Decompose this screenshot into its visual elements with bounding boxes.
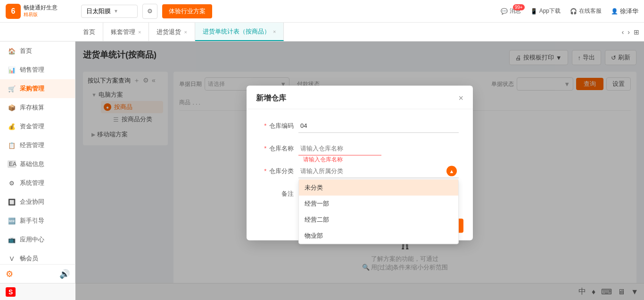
finance-icon: 💰 — [8, 123, 16, 130]
tab-home-label: 首页 — [83, 28, 95, 36]
sidebar-item-purchase[interactable]: 🛒 采购管理 — [0, 79, 75, 98]
sidebar-operation-label: 经营管理 — [20, 141, 44, 150]
tab-bar: 首页 账套管理 × 进货退货 × 进货单统计表（按商品） × ‹ › ⊞ — [0, 23, 644, 42]
tab-account[interactable]: 账套管理 × — [103, 23, 149, 41]
category-dropdown-list: 未分类 经营一部 经营二部 物业部 — [298, 179, 459, 244]
dropdown-option-dept2[interactable]: 经营二部 — [299, 212, 458, 228]
tab-next-icon[interactable]: › — [627, 28, 630, 36]
gear-icon: ⚙ — [147, 8, 153, 15]
logo-icon: 6 — [6, 4, 21, 19]
logo-text: 畅捷通好生意 — [24, 4, 58, 12]
add-warehouse-modal: 新增仓库 × * 仓库编码 * 仓库名称 — [247, 86, 473, 241]
sidebar-item-sales[interactable]: 📊 销售管理 — [0, 60, 75, 79]
modal-close-button[interactable]: × — [458, 93, 463, 103]
dropdown-option-dept1[interactable]: 经营一部 — [299, 196, 458, 212]
tab-account-label: 账套管理 — [111, 28, 135, 36]
status-left: S — [6, 287, 16, 297]
phone-icon: 📱 — [530, 8, 537, 15]
logo-area: 6 畅捷通好生意 精易版 — [6, 4, 76, 19]
app-download-item[interactable]: 📱 App下载 — [530, 7, 561, 15]
tab-purchase-return-label: 进货退货 — [157, 28, 181, 36]
category-dropdown-wrapper: ▲ 未分类 经营一部 经营二部 物业部 — [298, 164, 459, 178]
sidebar-item-system[interactable]: ⚙ 系统管理 — [0, 174, 75, 192]
user-name: 徐泽华 — [620, 7, 638, 16]
top-header: 6 畅捷通好生意 精易版 日太阳膜 ▼ ⚙ 体验行业方案 💬 消息 99+ 📱 … — [0, 0, 644, 23]
home-icon: 🏠 — [8, 48, 16, 55]
content-area: 进货单统计(按商品) 🖨 按模板打印 ▼ ↑ 导出 ↺ 刷新 — [75, 42, 644, 300]
logo-badge: 精易版 — [24, 11, 58, 18]
modal-title: 新增仓库 — [256, 93, 286, 103]
system-icon: ⚙ — [8, 180, 16, 187]
message-item[interactable]: 💬 消息 99+ — [501, 7, 521, 15]
app-download-label: App下载 — [539, 7, 561, 15]
tab-account-close[interactable]: × — [138, 29, 141, 35]
category-dropdown-input[interactable] — [298, 164, 459, 178]
chevron-down-icon: ▼ — [114, 8, 118, 14]
sidebar-apps-label: 应用中心 — [20, 235, 44, 244]
tab-purchase-stat-label: 进货单统计表（按商品） — [203, 27, 270, 36]
collab-icon: 🔲 — [8, 199, 16, 206]
sidebar-system-label: 系统管理 — [20, 179, 44, 187]
operation-icon: 📋 — [8, 142, 16, 149]
settings-button[interactable]: ⚙ — [142, 4, 157, 19]
code-label: * 仓库编码 — [261, 119, 298, 133]
sidebar-stock-label: 库存核算 — [20, 103, 44, 112]
warehouse-name-error: 请输入仓库名称 — [303, 156, 343, 164]
tab-prev-icon[interactable]: ‹ — [622, 28, 624, 36]
sidebar-item-collab[interactable]: 🔲 企业协同 — [0, 192, 75, 211]
user-icon: 👤 — [611, 8, 618, 15]
tab-purchase-stat[interactable]: 进货单统计表（按商品） × — [195, 23, 284, 41]
warehouse-code-input[interactable] — [298, 119, 459, 133]
store-name: 日太阳膜 — [86, 7, 111, 16]
tab-purchase-return-close[interactable]: × — [184, 29, 187, 35]
warehouse-name-input[interactable] — [298, 142, 381, 156]
modal-body: * 仓库编码 * 仓库名称 请输入仓库名称 — [247, 109, 473, 214]
warehouse-code-row: * 仓库编码 — [261, 119, 459, 133]
sidebar-item-operation[interactable]: 📋 经营管理 — [0, 136, 75, 155]
sidebar-item-guide[interactable]: 🆕 新手引导 — [0, 211, 75, 230]
sidebar-item-stock[interactable]: 📦 库存核算 — [0, 98, 75, 117]
sidebar: 🏠 首页 📊 销售管理 🛒 采购管理 📦 库存核算 💰 资金管理 📋 经营管理 … — [0, 42, 75, 300]
tab-purchase-return[interactable]: 进货退货 × — [149, 23, 195, 41]
trial-button[interactable]: 体验行业方案 — [162, 4, 212, 18]
purchase-icon: 🛒 — [8, 85, 16, 92]
category-label: * 仓库分类 — [261, 164, 298, 178]
dropdown-option-unclassified[interactable]: 未分类 — [299, 180, 458, 196]
member-icon: V — [8, 255, 16, 262]
dropdown-option-dept3[interactable]: 物业部 — [299, 228, 458, 244]
headset-icon: 🎧 — [570, 8, 577, 15]
s-logo: S — [6, 287, 16, 297]
sidebar-member-label: 畅会员 — [20, 254, 38, 263]
store-selector[interactable]: 日太阳膜 ▼ — [81, 5, 138, 18]
online-service-item[interactable]: 🎧 在线客服 — [570, 7, 602, 15]
sidebar-finance-label: 资金管理 — [20, 122, 44, 131]
sidebar-item-finance[interactable]: 💰 资金管理 — [0, 117, 75, 136]
sidebar-item-home[interactable]: 🏠 首页 — [0, 42, 75, 60]
sidebar-basic-label: 基础信息 — [20, 160, 44, 168]
user-item[interactable]: 👤 徐泽华 — [611, 7, 638, 16]
settings-bottom-icon[interactable]: ⚙ — [6, 269, 13, 279]
stock-icon: 📦 — [8, 104, 16, 111]
sidebar-home-label: 首页 — [20, 47, 32, 55]
name-label: * 仓库名称 — [261, 142, 298, 156]
sidebar-sales-label: 销售管理 — [20, 66, 44, 74]
warehouse-name-row: * 仓库名称 请输入仓库名称 — [261, 142, 459, 156]
sidebar-item-basic[interactable]: EA 基础信息 — [0, 155, 75, 174]
tab-home[interactable]: 首页 — [75, 23, 103, 41]
tab-controls: ‹ › ⊞ — [622, 23, 644, 41]
main-layout: 🏠 首页 📊 销售管理 🛒 采购管理 📦 库存核算 💰 资金管理 📋 经营管理 … — [0, 42, 644, 300]
category-dropdown-arrow[interactable]: ▲ — [446, 166, 457, 176]
header-right: 💬 消息 99+ 📱 App下载 🎧 在线客服 👤 徐泽华 — [501, 7, 638, 16]
audio-icon[interactable]: 🔊 — [59, 269, 70, 279]
message-badge: 99+ — [513, 4, 525, 10]
sales-icon: 📊 — [8, 67, 16, 74]
guide-icon: 🆕 — [8, 217, 16, 225]
warehouse-category-row: * 仓库分类 ▲ 未分类 经营一部 经营二部 物业部 — [261, 164, 459, 178]
apps-icon: 📺 — [8, 236, 16, 243]
online-service-label: 在线客服 — [579, 7, 602, 15]
basic-icon: EA — [8, 160, 16, 168]
sidebar-item-apps[interactable]: 📺 应用中心 — [0, 230, 75, 249]
modal-header: 新增仓库 × — [247, 86, 473, 109]
tab-purchase-stat-close[interactable]: × — [273, 29, 276, 34]
tab-menu-icon[interactable]: ⊞ — [634, 28, 639, 36]
